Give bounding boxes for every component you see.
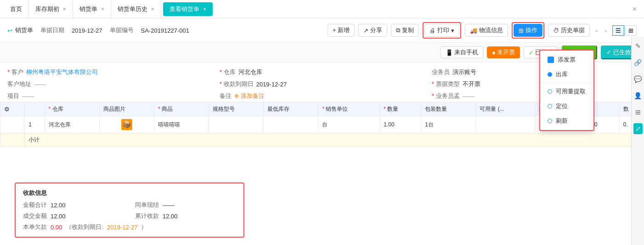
total-amount-value: 12.00 (51, 202, 66, 209)
tab-view-sales-close[interactable]: × (203, 6, 206, 12)
ticket-label: 票据类型 (432, 80, 460, 88)
col-pkg-qty: 包装数量 (421, 103, 476, 116)
prev-button[interactable]: ‹ (593, 25, 599, 36)
dropdown-divider (540, 83, 593, 83)
settings-icon[interactable]: ⚙ (4, 106, 10, 113)
effect-check-icon: ✓ (606, 49, 611, 56)
dropdown-refresh[interactable]: 刷新 (540, 114, 593, 128)
transaction-value: 12.00 (51, 213, 66, 220)
same-order-value: —— (163, 202, 175, 209)
tab-sales-history-close[interactable]: × (151, 6, 154, 12)
history-button[interactable]: ⏱ 历史单据 (548, 24, 590, 37)
next-button[interactable]: › (603, 25, 609, 36)
doc-header: ↩ 销货单 单据日期 2019-12-27 单据编号 SA-20191227-0… (0, 18, 644, 43)
cell-pkg-qty: 1台 (421, 116, 476, 133)
tab-sales-close[interactable]: × (101, 6, 104, 12)
project-value: —— (22, 93, 34, 100)
accumulated-value: 12.00 (163, 213, 178, 220)
dropdown-locate[interactable]: 定位 (540, 99, 593, 114)
print-highlight-box: 🖨 打印 ▾ (423, 22, 461, 39)
check-icon: ✓ (529, 49, 534, 56)
doc-title: ↩ 销货单 (7, 26, 33, 34)
print-button[interactable]: 🖨 打印 ▾ (424, 24, 459, 37)
ticket-value: 不开票 (463, 80, 480, 88)
copy-button[interactable]: ⧉ 复制 (391, 24, 419, 37)
share-button[interactable]: ↗ 分享 (358, 24, 387, 37)
col-warehouse: 仓库 (45, 103, 99, 116)
list-view-icon[interactable]: ☰ (612, 25, 624, 36)
summary-title: 收款信息 (23, 189, 236, 197)
owe-label: 本单欠款 (23, 223, 47, 231)
col-min-stock: 最低库存 (264, 103, 318, 116)
edit-sidebar-icon[interactable]: ✎ (633, 40, 643, 51)
number-label: 单据编号 (110, 26, 134, 34)
print-dropdown-arrow[interactable]: ▾ (451, 27, 454, 34)
tab-bar: 首页 库存期初 × 销货单 × 销货单历史 × 查看销货单 × × (0, 0, 644, 18)
view-icons: ☰ ⊞ (612, 25, 637, 36)
warehouse-label: 仓库 (220, 68, 236, 76)
logistics-icon: 🚚 (470, 27, 477, 34)
chat-sidebar-icon[interactable]: 💬 (632, 74, 644, 85)
staff-row: 业务员 演示账号 (432, 68, 637, 76)
cell-qty: 1.00 (380, 116, 421, 133)
new-button[interactable]: + 新增 (328, 24, 355, 37)
col-spec: 规格型号 (209, 103, 264, 116)
main-area: ↩ 销货单 单据日期 2019-12-27 单据编号 SA-20191227-0… (0, 18, 644, 245)
expand-sidebar-icon[interactable]: ⤢ (633, 123, 643, 134)
customer-value[interactable]: 柳州粤港平安气体有限公司 (26, 68, 98, 76)
print-icon: 🖨 (429, 27, 435, 34)
table-sidebar-icon[interactable]: ⊞ (633, 107, 643, 118)
open-ticket-button[interactable]: ● 未开票 (487, 46, 520, 58)
cell-settings (0, 116, 25, 133)
customer-row: 客户 柳州粤港平安气体有限公司 (7, 68, 212, 76)
quantity-icon (548, 89, 552, 94)
col-product-img: 商品图片 (99, 103, 154, 116)
doc-type-label: 销货单 (15, 26, 33, 34)
subtotal-settings (0, 133, 25, 147)
circle-icon: ● (492, 49, 496, 56)
owe-value: 0.00 (51, 224, 62, 231)
col-avail: 可用量 (... (476, 103, 535, 116)
dropdown-outbound[interactable]: 出库 (540, 67, 593, 82)
accumulated-label: 累计收款 (135, 212, 159, 220)
col-qty: 数量 (380, 103, 421, 116)
owe-row: 本单欠款 0.00 （收款到期日: 2019-12-27 ） (23, 223, 236, 231)
person-sidebar-icon[interactable]: 👤 (632, 90, 644, 101)
tab-sales[interactable]: 销货单 × (73, 0, 111, 18)
tab-home[interactable]: 首页 (4, 0, 29, 18)
logistics-button[interactable]: 🚚 物流信息 (465, 24, 508, 37)
owe-suffix: （收款到期日: (66, 223, 103, 231)
summary-section: 收款信息 金额合计 12.00 同单现结 —— 成交金额 12.00 (15, 182, 244, 238)
history-icon: ⏱ (553, 27, 559, 34)
right-sidebar: ✎ 🔗 💬 👤 ⊞ ⤢ (631, 37, 644, 245)
customer-label: 客户 (7, 68, 23, 76)
grid-icon: ⊞ (519, 27, 524, 34)
total-amount-row: 金额合计 12.00 (23, 201, 124, 209)
salesperson-value: —— (463, 93, 475, 100)
note-add[interactable]: ⊕ 添加备注 (234, 92, 265, 100)
warehouse-row: 仓库 河北仓库 (220, 68, 424, 76)
col-settings[interactable]: ⚙ (0, 103, 25, 116)
same-order-label: 同单现结 (135, 201, 159, 209)
note-row: 备注 ⊕ 添加备注 (220, 92, 424, 100)
operate-button[interactable]: ⊞ 操作 (514, 24, 542, 37)
dropdown-quantity[interactable]: 可用量提取 (540, 84, 593, 99)
subtotal-row: 小计 (0, 133, 644, 147)
same-order-row: 同单现结 —— (135, 201, 236, 209)
tab-view-sales[interactable]: 查看销货单 × (163, 2, 213, 16)
grid-view-icon[interactable]: ⊞ (625, 25, 637, 36)
dropdown-add-invoice[interactable]: 添发票 (540, 52, 593, 67)
link-sidebar-icon[interactable]: 🔗 (632, 57, 644, 68)
ticket-row: 票据类型 不开票 (432, 80, 637, 88)
copy-icon: ⧉ (396, 27, 400, 34)
tab-inventory[interactable]: 库存期初 × (29, 0, 73, 18)
address-value: —— (34, 81, 46, 88)
owe-suffix-close: ） (141, 223, 147, 231)
warehouse-value: 河北仓库 (238, 68, 262, 76)
phone-button[interactable]: 📱 来自手机 (441, 46, 483, 58)
tab-bar-close[interactable]: × (629, 5, 640, 13)
tab-inventory-close[interactable]: × (63, 6, 66, 12)
cell-avail (476, 116, 535, 133)
cell-product: 嘻嘻嘻嘻 (154, 116, 209, 133)
tab-sales-history[interactable]: 销货单历史 × (111, 0, 161, 18)
